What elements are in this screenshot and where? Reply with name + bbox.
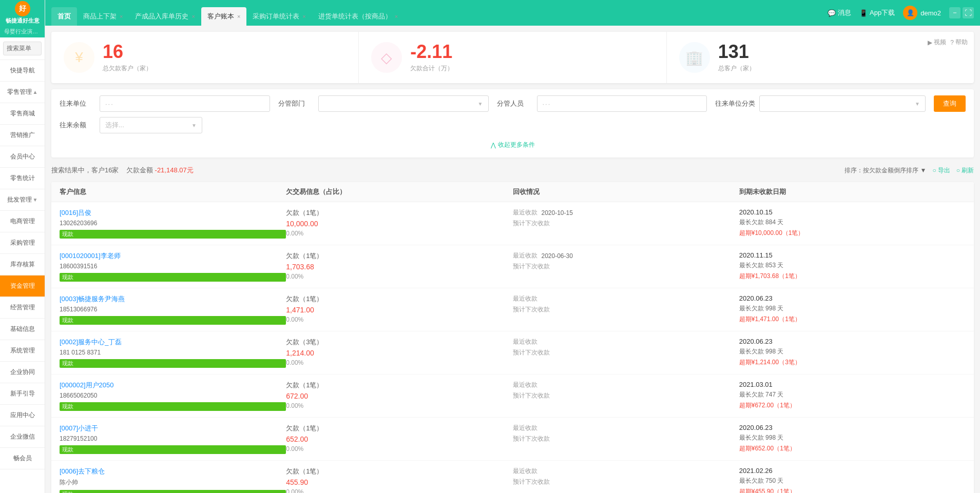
main-content: 首页 商品上下架 × 产成品入库单历史 × 客户账本 × 采购订单统计表 × bbox=[45, 0, 980, 493]
tab-customer-account[interactable]: 客户账本 × bbox=[201, 7, 246, 26]
help-action[interactable]: ? 帮助 bbox=[950, 38, 968, 47]
tab-inbound-stats[interactable]: 进货单统计表（按商品） × bbox=[312, 7, 404, 26]
sidebar-item-xitong[interactable]: 系统管理 bbox=[0, 340, 45, 362]
filter-department: 分管部门 ▼ bbox=[278, 95, 489, 112]
cell-collection-4: 最近收款 预计下次收款 bbox=[513, 381, 739, 411]
tab-purchase-stats[interactable]: 采购订单统计表 × bbox=[246, 7, 312, 26]
window-controls: － ⛶ bbox=[949, 7, 974, 18]
tab-product-listing[interactable]: 商品上下架 × bbox=[77, 7, 129, 26]
tab-close-icon[interactable]: × bbox=[302, 13, 305, 19]
customer-link-3[interactable]: [0002]服务中心_丁磊 bbox=[60, 338, 286, 347]
balance-select[interactable]: 选择... ▼ bbox=[100, 117, 202, 133]
cell-customer-1: [0001020001]李老师 18600391516 现款 bbox=[60, 251, 286, 282]
filter-source-unit: 往来单位 ··· bbox=[60, 95, 270, 112]
customer-link-5[interactable]: [0007]小进干 bbox=[60, 424, 286, 433]
sidebar-item-yingyong[interactable]: 应用中心 bbox=[0, 405, 45, 426]
content-area: ¥ 16 总欠款客户（家） ◇ -2.11 欠款合计（万） 🏢 bbox=[45, 26, 980, 493]
sidebar-item-dianshangguan[interactable]: 电商管理 bbox=[0, 211, 45, 232]
message-button[interactable]: 💬 消息 bbox=[828, 8, 851, 17]
sidebar-item-chang[interactable]: 畅会员 bbox=[0, 448, 45, 469]
chevron-down-icon: ▼ bbox=[191, 123, 197, 128]
department-select[interactable]: ▼ bbox=[318, 95, 489, 112]
cell-customer-2: [0003]畅捷服务尹海燕 18513066976 现款 bbox=[60, 294, 286, 325]
cell-due-3: 2020.06.23 最长欠款 998 天 超期¥1,214.00（3笔） bbox=[739, 338, 966, 368]
cell-collection-1: 最近收款 2020-06-30 预计下次收款 bbox=[513, 251, 739, 282]
filter-row-2: 往来余额 选择... ▼ bbox=[60, 117, 966, 133]
stat-info-all: 131 总客户（家） bbox=[718, 43, 755, 73]
sidebar-item-zijin[interactable]: 资金管理 bbox=[0, 275, 45, 297]
search-menu-area: 搜索菜单 bbox=[0, 37, 45, 60]
results-bar: 搜索结果中，客户16家 欠款金额 -21,148.07元 排序：按欠款金额倒序排… bbox=[51, 163, 974, 178]
category-select[interactable]: ▼ bbox=[759, 95, 926, 112]
filter-balance: 往来余额 选择... ▼ bbox=[60, 117, 966, 133]
stat-number-total: -2.11 bbox=[410, 43, 453, 61]
sidebar-item-qiyewei[interactable]: 企业微信 bbox=[0, 426, 45, 448]
cell-debt-5: 欠款（1笔） 652.00 0.00% bbox=[286, 424, 512, 454]
person-input[interactable]: ··· bbox=[537, 95, 707, 112]
collapse-filters-button[interactable]: ⋀ 收起更多条件 bbox=[60, 139, 966, 151]
sidebar-item-lingshoutongji[interactable]: 零售统计 bbox=[0, 168, 45, 189]
tab-close-icon[interactable]: × bbox=[237, 13, 240, 19]
sidebar-item-pifa[interactable]: 批发管理 ▼ bbox=[0, 189, 45, 211]
table-row: [000002]用户2050 18665062050 现款 欠款（1笔） 672… bbox=[51, 374, 974, 418]
cell-due-0: 2020.10.15 最长欠款 884 天 超期¥10,000.00（1笔） bbox=[739, 208, 966, 239]
sidebar-item-yingxiao[interactable]: 营销推广 bbox=[0, 125, 45, 146]
sidebar-item-caigou[interactable]: 采购管理 bbox=[0, 232, 45, 254]
message-icon: 💬 bbox=[828, 9, 836, 17]
sidebar-item-huiyuan[interactable]: 会员中心 bbox=[0, 146, 45, 168]
header-customer: 客户信息 bbox=[60, 187, 286, 196]
table-row: [0003]畅捷服务尹海燕 18513066976 现款 欠款（1笔） 1,47… bbox=[51, 288, 974, 331]
tab-inbound-history[interactable]: 产成品入库单历史 × bbox=[129, 7, 201, 26]
cell-due-5: 2020.06.23 最长欠款 998 天 超期¥652.00（1笔） bbox=[739, 424, 966, 454]
source-unit-input[interactable]: ··· bbox=[100, 95, 270, 112]
sidebar-item-qiye[interactable]: 企业协同 bbox=[0, 362, 45, 383]
top-bar: 首页 商品上下架 × 产成品入库单历史 × 客户账本 × 采购订单统计表 × bbox=[45, 0, 980, 26]
app-download-button[interactable]: 📱 App下载 bbox=[859, 8, 895, 17]
minimize-button[interactable]: － bbox=[949, 7, 960, 18]
cell-collection-5: 最近收款 预计下次收款 bbox=[513, 424, 739, 454]
customer-link-1[interactable]: [0001020001]李老师 bbox=[60, 251, 286, 261]
refresh-button[interactable]: ○ 刷新 bbox=[956, 166, 974, 175]
cell-customer-6: [0006]去下粮仓 陈小帅 现款 bbox=[60, 467, 286, 493]
sidebar-item-xinshou[interactable]: 新手引导 bbox=[0, 383, 45, 405]
search-button[interactable]: 查询 bbox=[934, 95, 966, 112]
stats-row: ¥ 16 总欠款客户（家） ◇ -2.11 欠款合计（万） 🏢 bbox=[51, 32, 974, 83]
customer-link-6[interactable]: [0006]去下粮仓 bbox=[60, 467, 286, 476]
tab-home[interactable]: 首页 bbox=[51, 7, 77, 26]
sidebar-item-shanghui[interactable]: 零售商城 bbox=[0, 103, 45, 125]
tab-close-icon[interactable]: × bbox=[191, 13, 195, 19]
cell-debt-0: 欠款（1笔） 10,000.00 0.00% bbox=[286, 208, 512, 239]
customer-link-0[interactable]: [0016]吕俊 bbox=[60, 208, 286, 218]
sidebar-item-jingying[interactable]: 经营管理 bbox=[0, 297, 45, 319]
chevron-down-icon: ▼ bbox=[915, 101, 920, 107]
export-button[interactable]: ○ 导出 bbox=[933, 166, 950, 175]
customer-link-2[interactable]: [0003]畅捷服务尹海燕 bbox=[60, 294, 286, 304]
cell-customer-5: [0007]小进干 18279152100 现款 bbox=[60, 424, 286, 454]
user-menu[interactable]: 👤 demo2 bbox=[903, 6, 941, 20]
sort-button[interactable]: 排序：按欠款金额倒序排序 ▼ bbox=[844, 166, 927, 175]
sidebar-item-jichu[interactable]: 基础信息 bbox=[0, 319, 45, 340]
stat-info-total: -2.11 欠款合计（万） bbox=[410, 43, 453, 73]
tab-close-icon[interactable]: × bbox=[395, 13, 398, 19]
table-row: [0001020001]李老师 18600391516 现款 欠款（1笔） 1,… bbox=[51, 245, 974, 288]
data-table: 客户信息 欠交易信息（占比） 回收情况 到期未收款日期 [0016]吕俊 130… bbox=[51, 182, 974, 493]
filter-category: 往来单位分类 ▼ bbox=[715, 95, 926, 112]
fullscreen-button[interactable]: ⛶ bbox=[963, 7, 974, 18]
cell-due-4: 2021.03.01 最长欠款 747 天 超期¥672.00（1笔） bbox=[739, 381, 966, 411]
stat-number-owed: 16 bbox=[103, 43, 152, 61]
sidebar-item-kucun[interactable]: 库存核算 bbox=[0, 254, 45, 275]
subtitle: 母婴行业演示账套 bbox=[4, 28, 41, 35]
tab-close-icon[interactable]: × bbox=[120, 13, 123, 19]
table-row: [0006]去下粮仓 陈小帅 现款 欠款（1笔） 455.90 0.00% 最近… bbox=[51, 461, 974, 493]
stat-icon-all: 🏢 bbox=[679, 42, 710, 73]
cell-debt-1: 欠款（1笔） 1,703.68 0.00% bbox=[286, 251, 512, 282]
stat-card-total-owed: ◇ -2.11 欠款合计（万） bbox=[359, 32, 666, 83]
chevron-down-icon: ▼ bbox=[920, 167, 927, 174]
sidebar-item-lingshou[interactable]: 零售管理 ▲ bbox=[0, 82, 45, 103]
search-menu-button[interactable]: 搜索菜单 bbox=[3, 42, 42, 55]
table-row: [0007]小进干 18279152100 现款 欠款（1笔） 652.00 0… bbox=[51, 418, 974, 461]
sidebar-item-kuaijie[interactable]: 快捷导航 bbox=[0, 60, 45, 82]
cell-customer-3: [0002]服务中心_丁磊 181 0125 8371 现款 bbox=[60, 338, 286, 368]
customer-link-4[interactable]: [000002]用户2050 bbox=[60, 381, 286, 390]
video-action[interactable]: ▶ 视频 bbox=[928, 38, 946, 47]
